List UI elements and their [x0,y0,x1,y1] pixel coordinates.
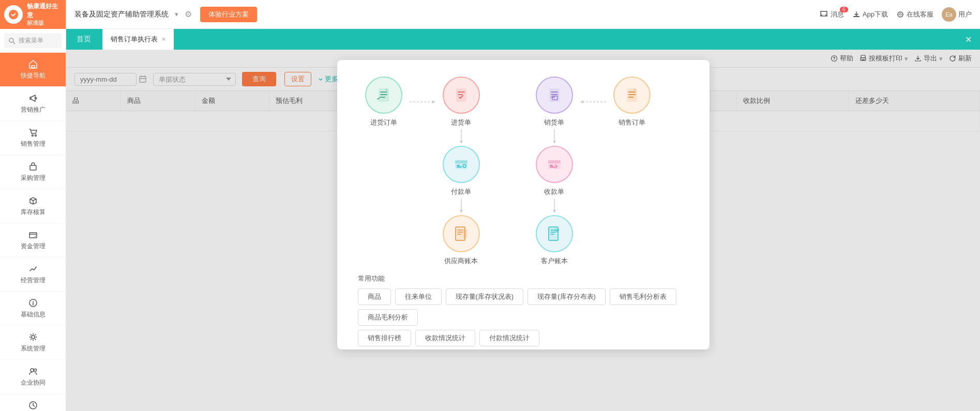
sidebar-logo: 畅康通好生意 标准版 [0,0,66,29]
avatar-text: Ea [945,11,952,18]
tab-close-icon[interactable]: × [162,36,165,43]
flow-circle-purchase-order [365,77,402,114]
system-title: 装备及固定资产辅助管理系统 [74,10,169,19]
func-btn-sales-gross[interactable]: 销售毛利分析表 [610,288,676,305]
popup-box: 进货订单 进货单 [337,60,710,349]
search-menu-button[interactable]: 搜索菜单 [4,33,62,48]
flow-label-supplier-ledger: 供应商账本 [444,256,478,266]
svg-rect-3 [32,66,35,68]
team-icon [28,366,38,376]
sidebar-item-label: 采购管理 [21,174,46,182]
func-btn-payment-stats[interactable]: 付款情况统计 [479,330,539,346]
svg-rect-47 [463,230,467,238]
svg-rect-15 [853,16,860,17]
online-service-btn[interactable]: 在线客服 [896,10,933,19]
sidebar-item-inventory[interactable]: 库存核算 [0,189,66,223]
flow-item-purchase[interactable]: 进货单 [443,77,480,127]
flow-item-receipt[interactable]: 收款单 [536,146,573,196]
search-icon [8,37,16,44]
svg-rect-40 [548,160,561,163]
sidebar-item-label: 企业协同 [21,378,46,387]
svg-line-2 [13,42,16,44]
sidebar-item-finance[interactable]: 资金管理 [0,223,66,257]
svg-marker-30 [580,100,583,103]
sidebar-item-quick-nav[interactable]: 快捷导航 [0,53,66,87]
settings-icon [28,332,38,342]
top-bar-right: 消息 6 App下载 在线客服 Ea 用户 [819,7,972,22]
tab-home[interactable]: 首页 [66,29,101,50]
try-btn[interactable]: 体验行业方案 [200,7,257,22]
down-arrow-sales [552,129,557,144]
top-bar: 装备及固定资产辅助管理系统 ▾ ⚙ 体验行业方案 消息 6 App下载 在线客服 [66,0,980,29]
flow-circle-sales [536,77,573,114]
flow-circle-purchase [443,77,480,114]
sidebar-item-label: 快捷导航 [21,71,46,80]
home-icon [28,59,38,69]
func-buttons-row1: 商品 往来单位 现存量(库存状况表) 现存量(库存分布表) 销售毛利分析表 商品… [358,288,689,326]
message-btn[interactable]: 消息 6 [819,10,844,19]
svg-marker-25 [432,100,435,103]
flow-item-sales[interactable]: 销货单 [536,77,573,127]
sidebar-item-beginner[interactable]: 新手引导 [0,394,66,411]
svg-marker-33 [460,141,463,144]
func-btn-sales-rank[interactable]: 销售排行榜 [358,330,411,346]
svg-rect-7 [30,165,36,170]
flow-item-purchase-order[interactable]: 进货订单 [365,77,402,127]
tab-bar: 首页 销售订单执行表 × ✕ [66,29,980,50]
func-btn-receipt-stats[interactable]: 收款情况统计 [415,330,475,346]
flow-item-sales-order[interactable]: 销售订单 [613,77,651,127]
chart-icon [28,264,38,274]
svg-point-6 [35,135,36,136]
flow-circle-supplier-ledger [443,215,480,252]
search-label: 搜索菜单 [19,36,43,45]
popup-overlay[interactable]: 进货订单 进货单 [66,50,980,411]
flow-item-supplier-ledger[interactable]: 供应商账本 [443,215,480,266]
tab-bar-close-btn[interactable]: ✕ [957,29,980,50]
func-btn-stock-dist[interactable]: 现存量(库存分布表) [527,288,606,305]
func-btn-goods[interactable]: 商品 [358,288,391,305]
user-info[interactable]: Ea 用户 [942,7,972,22]
func-buttons-row2: 销售排行榜 收款情况统计 付款情况统计 [358,330,689,346]
svg-point-12 [31,369,34,372]
sidebar-item-sales[interactable]: 销售管理 [0,121,66,155]
sidebar-item-label: 营销推广 [21,105,46,114]
dropdown-icon[interactable]: ▾ [175,10,178,18]
tab-home-label: 首页 [77,35,91,44]
sidebar-item-basic-info[interactable]: 基础信息 [0,292,66,326]
flow-item-customer-ledger[interactable]: 客户账本 [536,215,573,266]
sidebar-item-purchase[interactable]: 采购管理 [0,155,66,189]
svg-marker-44 [553,210,556,213]
svg-marker-35 [553,141,556,144]
tab-active-label: 销售订单执行表 [111,35,158,44]
info-icon [28,298,38,308]
flow-item-payment[interactable]: 付款单 [443,146,480,196]
flow-label-receipt: 收款单 [544,187,564,196]
func-btn-partners[interactable]: 往来单位 [395,288,442,305]
online-service-label: 在线客服 [907,10,933,19]
main-area: 装备及固定资产辅助管理系统 ▾ ⚙ 体验行业方案 消息 6 App下载 在线客服 [66,0,980,411]
down-arrow-payment [459,199,464,213]
sidebar-item-marketing[interactable]: 营销推广 [0,87,66,121]
func-btn-goods-gross[interactable]: 商品毛利分析 [358,309,418,326]
message-badge: 6 [840,7,848,12]
sidebar-item-label: 销售管理 [21,140,46,148]
sidebar-item-label: 资金管理 [21,242,46,251]
sidebar-item-system[interactable]: 系统管理 [0,326,66,360]
sidebar-item-enterprise[interactable]: 企业协同 [0,360,66,394]
flow-label-purchase: 进货单 [451,118,471,127]
func-btn-stock-status[interactable]: 现存量(库存状况表) [446,288,524,305]
cart-icon [28,127,38,138]
logo-icon [4,5,23,24]
svg-rect-37 [455,160,468,163]
box-icon [28,195,38,206]
svg-point-1 [9,38,13,42]
service-icon [896,10,904,19]
arrow-h-2 [580,99,606,104]
arrow-h-1 [410,99,435,104]
tab-active[interactable]: 销售订单执行表 × [102,29,174,50]
sidebar-item-operations[interactable]: 经营管理 [0,257,66,292]
gear-icon[interactable]: ⚙ [185,9,192,19]
flow-circle-receipt [536,146,573,183]
sidebar-search[interactable]: 搜索菜单 [0,29,66,53]
app-download-btn[interactable]: App下载 [852,10,888,19]
